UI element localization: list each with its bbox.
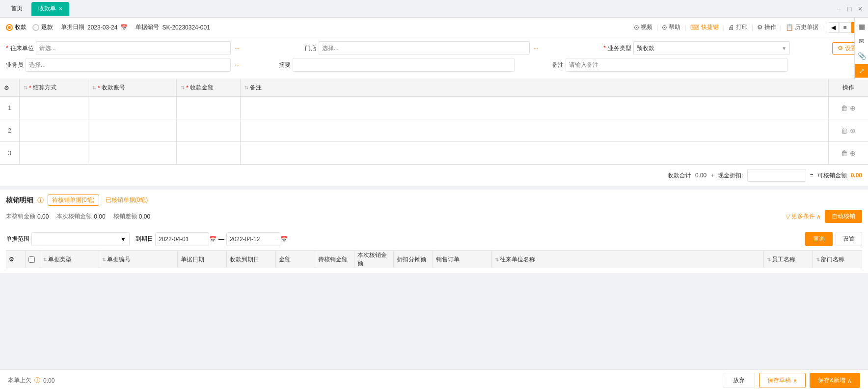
salesperson-input[interactable] <box>26 58 231 72</box>
operation-label: 操作 <box>764 23 776 31</box>
filter-icon: ▽ <box>786 213 790 220</box>
business-type-value: 预收款 <box>637 44 654 53</box>
shortcut-button[interactable]: ⌨ 快捷键 <box>690 23 719 31</box>
save-draft-button[interactable]: 保存草稿 ∧ <box>759 373 806 388</box>
row-3-settlement[interactable] <box>20 142 88 164</box>
number-label: 单据编号 <box>136 23 159 31</box>
date-to-input[interactable] <box>226 232 280 246</box>
video-button[interactable]: ⊙ 视频 <box>634 23 652 31</box>
counterpart-input[interactable] <box>36 41 231 55</box>
bth-pending: 待核销金额 <box>315 251 354 268</box>
row-1-actions: 🗑 ⊕ <box>829 97 868 119</box>
row-3-remarks[interactable] <box>241 142 829 164</box>
row-1-account[interactable] <box>88 97 177 119</box>
bth-doc-num: ⇅ 单据编号 <box>99 251 178 268</box>
video-label: 视频 <box>641 23 652 31</box>
row-2-account[interactable] <box>88 119 177 141</box>
select-all-checkbox[interactable] <box>28 256 35 263</box>
business-type-select[interactable]: 预收款 ▼ <box>633 41 790 55</box>
history-icon: 📋 <box>786 24 793 31</box>
summary-input[interactable] <box>293 58 515 72</box>
refund-radio[interactable]: 退款 <box>32 23 53 31</box>
counterpart-dots-btn[interactable]: ··· <box>233 45 242 52</box>
row-2-amount[interactable] <box>177 119 241 141</box>
date-from-input[interactable] <box>155 232 209 246</box>
summary-field: 摘要 <box>279 58 515 72</box>
store-dots-btn[interactable]: ··· <box>532 45 541 52</box>
verification-section: 核销明细 ⓘ 待核销单据(0笔) 已核销单据(0笔) 未核销金额 0.00 本次… <box>0 190 868 273</box>
done-tab[interactable]: 已核销单据(0笔) <box>101 195 153 206</box>
bottom-right: 放弃 保存草稿 ∧ 保存&新增 ∧ <box>723 373 860 388</box>
store-input[interactable] <box>319 41 530 55</box>
shortcut-label: 快捷键 <box>701 23 719 31</box>
calendar-icon[interactable]: 📅 <box>120 24 128 31</box>
date-label: 单据日期 <box>61 23 84 31</box>
row-3-copy-icon[interactable]: ⊕ <box>850 149 856 157</box>
row-2-settlement[interactable] <box>20 119 88 141</box>
history-button[interactable]: 📋 历史单据 <box>786 23 818 31</box>
pending-tab[interactable]: 待核销单据(0笔) <box>48 195 99 206</box>
sidebar-clip-icon[interactable]: 📎 <box>855 49 868 63</box>
close-button[interactable]: × <box>856 5 864 13</box>
row-2-remarks[interactable] <box>241 119 829 141</box>
bth-sales-order: 销售订单 <box>433 251 492 268</box>
total-label: 收款合计 <box>668 171 691 180</box>
current-value: 0.00 <box>94 213 105 220</box>
abandon-button[interactable]: 放弃 <box>723 373 755 388</box>
sidebar-email-icon[interactable]: ✉ <box>855 34 868 48</box>
history-label: 历史单据 <box>795 23 818 31</box>
sidebar-table-icon[interactable]: ▦ <box>855 20 868 33</box>
tab-home[interactable]: 首页 <box>4 2 29 16</box>
save-new-button[interactable]: 保存&新增 ∧ <box>810 373 860 388</box>
maximize-button[interactable]: □ <box>845 5 853 13</box>
business-type-label: 业务类型 <box>608 44 631 53</box>
query-button[interactable]: 查询 <box>805 232 833 246</box>
bth-checkbox[interactable] <box>26 251 40 268</box>
receipt-radio[interactable]: 收款 <box>6 23 27 31</box>
tab-close-icon[interactable]: × <box>59 5 62 12</box>
row-1-copy-icon[interactable]: ⊕ <box>850 104 856 112</box>
row-3-delete-icon[interactable]: 🗑 <box>841 149 848 157</box>
more-conditions-button[interactable]: ▽ 更多条件 ∧ <box>786 212 821 221</box>
range-label: 单据范围 <box>6 235 29 243</box>
remarks-input[interactable] <box>566 58 787 72</box>
th-amount: ⇅ * 收款金额 <box>177 79 241 96</box>
upper-lower-label: 本单上欠 <box>8 376 31 385</box>
row-3-num: 3 <box>0 142 20 164</box>
operation-button[interactable]: ⚙ 操作 <box>757 23 776 31</box>
bth-counterpart: ⇅ 往来单位名称 <box>492 251 764 268</box>
stats-row: 未核销金额 0.00 本次核销金额 0.00 核销差额 0.00 ▽ 更多条件 … <box>6 210 862 223</box>
filter-settings-button[interactable]: 设置 <box>836 232 862 246</box>
row-2-copy-icon[interactable]: ⊕ <box>850 127 856 135</box>
row-1-amount[interactable] <box>177 97 241 119</box>
minimize-button[interactable]: − <box>835 5 842 13</box>
due-label: 到期日 <box>136 235 153 243</box>
row-2-actions: 🗑 ⊕ <box>829 119 868 141</box>
row-1-delete-icon[interactable]: 🗑 <box>841 104 848 112</box>
calendar-to-icon[interactable]: 📅 <box>280 236 288 243</box>
list-view-button[interactable]: ≡ <box>840 22 850 33</box>
tab-receipt[interactable]: 收款单 × <box>31 2 69 16</box>
help-button[interactable]: ⊙ 帮助 <box>662 23 680 31</box>
auto-verify-button[interactable]: 自动核销 <box>825 210 862 223</box>
row-1-settlement[interactable] <box>20 97 88 119</box>
unchecked-stat: 未核销金额 0.00 <box>6 212 49 221</box>
th-settings[interactable]: ⚙ <box>0 79 20 96</box>
range-select[interactable]: ▼ <box>31 232 130 246</box>
row-3-amount[interactable] <box>177 142 241 164</box>
print-button[interactable]: 🖨 打印 <box>728 23 748 31</box>
bth-doc-type: ⇅ 单据类型 <box>40 251 99 268</box>
salesperson-dots-btn[interactable]: ··· <box>233 61 242 68</box>
row-1-remarks[interactable] <box>241 97 829 119</box>
prev-view-button[interactable]: ◀ <box>828 22 839 33</box>
row-2-delete-icon[interactable]: 🗑 <box>841 127 848 135</box>
discount-input[interactable] <box>747 169 806 182</box>
row-3-account[interactable] <box>88 142 177 164</box>
bth-employee: ⇅ 员工名称 <box>764 251 813 268</box>
info-icon[interactable]: ⓘ <box>37 196 44 205</box>
calendar-from-icon[interactable]: 📅 <box>209 236 217 243</box>
bth-discount: 折扣分摊额 <box>394 251 433 268</box>
sidebar-expand-icon[interactable]: ⤢ <box>855 64 868 78</box>
shortcut-icon: ⌨ <box>690 24 700 31</box>
bth-settings[interactable]: ⚙ <box>6 251 26 268</box>
